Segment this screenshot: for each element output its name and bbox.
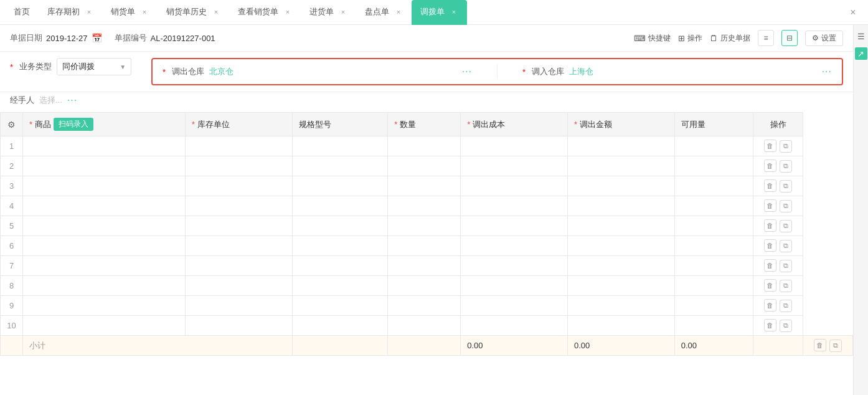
tab-inventory-init-close[interactable]: ×	[85, 7, 93, 16]
cell-amount[interactable]	[568, 236, 675, 256]
tab-inventory-init[interactable]: 库存期初 ×	[39, 0, 102, 25]
layout-grid-button[interactable]: ⊟	[781, 30, 798, 46]
cell-cost[interactable]	[461, 276, 568, 296]
cell-amount[interactable]	[568, 156, 675, 176]
cell-product[interactable]	[23, 216, 186, 236]
sidebar-export-icon[interactable]: ↗	[855, 47, 867, 60]
cell-unit[interactable]	[185, 236, 292, 256]
column-settings[interactable]: ⚙	[1, 113, 23, 136]
scan-button[interactable]: 扫码录入	[54, 118, 93, 131]
delete-icon[interactable]: 🗑	[764, 279, 776, 292]
cell-amount[interactable]	[568, 136, 675, 156]
tab-sales-history-close[interactable]: ×	[212, 7, 220, 16]
window-close-button[interactable]: ×	[843, 2, 863, 22]
cell-spec[interactable]	[292, 216, 388, 236]
copy-icon[interactable]: ⧉	[780, 300, 792, 312]
cell-available[interactable]	[674, 136, 753, 156]
tab-stocktake[interactable]: 盘点单 ×	[356, 0, 412, 25]
cell-available[interactable]	[674, 256, 753, 276]
copy-icon[interactable]: ⧉	[780, 140, 792, 153]
tab-purchase-close[interactable]: ×	[339, 7, 347, 16]
cell-product[interactable]	[23, 316, 186, 336]
cell-spec[interactable]	[292, 176, 388, 196]
out-warehouse-more-button[interactable]: ···	[462, 66, 472, 77]
cell-product[interactable]	[23, 236, 186, 256]
cell-unit[interactable]	[185, 136, 292, 156]
tab-transfer-close[interactable]: ×	[450, 7, 458, 16]
cell-product[interactable]	[23, 156, 186, 176]
cell-unit[interactable]	[185, 256, 292, 276]
copy-icon[interactable]: ⧉	[780, 260, 792, 272]
cell-product[interactable]	[23, 256, 186, 276]
cell-quantity[interactable]	[388, 296, 461, 316]
cell-unit[interactable]	[185, 296, 292, 316]
delete-icon[interactable]: 🗑	[764, 219, 776, 232]
cell-quantity[interactable]	[388, 216, 461, 236]
copy-icon[interactable]: ⧉	[780, 180, 792, 193]
cell-available[interactable]	[674, 316, 753, 336]
tab-stocktake-close[interactable]: ×	[394, 7, 403, 16]
cell-unit[interactable]	[185, 176, 292, 196]
cell-amount[interactable]	[568, 256, 675, 276]
copy-icon[interactable]: ⧉	[780, 240, 792, 252]
cell-quantity[interactable]	[388, 156, 461, 176]
delete-icon[interactable]: 🗑	[764, 319, 776, 331]
cell-unit[interactable]	[185, 276, 292, 296]
tab-purchase[interactable]: 进货单 ×	[301, 0, 356, 25]
cell-unit[interactable]	[185, 196, 292, 216]
cell-product[interactable]	[23, 276, 186, 296]
settings-button[interactable]: ⚙ 设置	[805, 31, 843, 46]
cell-quantity[interactable]	[388, 316, 461, 336]
cell-product[interactable]	[23, 296, 186, 316]
cell-quantity[interactable]	[388, 176, 461, 196]
cell-available[interactable]	[674, 216, 753, 236]
cell-spec[interactable]	[292, 156, 388, 176]
copy-icon[interactable]: ⧉	[829, 340, 842, 352]
operations-button[interactable]: ⊞ 操作	[678, 33, 702, 44]
cell-spec[interactable]	[292, 236, 388, 256]
delete-icon[interactable]: 🗑	[764, 239, 776, 252]
tab-sales-order-close[interactable]: ×	[140, 7, 149, 16]
tab-sales-order[interactable]: 销货单 ×	[102, 0, 158, 25]
copy-icon[interactable]: ⧉	[780, 160, 792, 173]
handler-more-button[interactable]: ···	[67, 95, 77, 106]
cell-unit[interactable]	[185, 156, 292, 176]
tab-transfer[interactable]: 调拨单 ×	[412, 0, 467, 25]
cell-amount[interactable]	[568, 176, 675, 196]
history-button[interactable]: 🗒 历史单据	[710, 33, 750, 44]
cell-cost[interactable]	[461, 196, 568, 216]
cell-spec[interactable]	[292, 196, 388, 216]
cell-cost[interactable]	[461, 156, 568, 176]
sidebar-list-icon[interactable]: ☰	[855, 30, 867, 42]
cell-spec[interactable]	[292, 296, 388, 316]
delete-icon[interactable]: 🗑	[764, 299, 776, 312]
calendar-icon[interactable]: 📅	[92, 33, 102, 43]
cell-spec[interactable]	[292, 256, 388, 276]
cell-amount[interactable]	[568, 216, 675, 236]
shortcuts-button[interactable]: ⌨ 快捷键	[634, 33, 671, 44]
cell-cost[interactable]	[461, 216, 568, 236]
delete-icon[interactable]: 🗑	[764, 259, 776, 272]
cell-available[interactable]	[674, 196, 753, 216]
cell-quantity[interactable]	[388, 256, 461, 276]
cell-amount[interactable]	[568, 276, 675, 296]
tab-sales-history[interactable]: 销货单历史 ×	[158, 0, 229, 25]
delete-icon[interactable]: 🗑	[814, 339, 826, 351]
cell-cost[interactable]	[461, 176, 568, 196]
cell-available[interactable]	[674, 156, 753, 176]
tab-home[interactable]: 首页	[5, 0, 39, 25]
cell-cost[interactable]	[461, 256, 568, 276]
handler-input[interactable]: 选择...	[39, 95, 62, 106]
cell-amount[interactable]	[568, 296, 675, 316]
cell-spec[interactable]	[292, 136, 388, 156]
cell-unit[interactable]	[185, 216, 292, 236]
cell-quantity[interactable]	[388, 136, 461, 156]
cell-spec[interactable]	[292, 276, 388, 296]
cell-cost[interactable]	[461, 236, 568, 256]
cell-available[interactable]	[674, 176, 753, 196]
delete-icon[interactable]: 🗑	[764, 159, 776, 172]
cell-product[interactable]	[23, 196, 186, 216]
cell-cost[interactable]	[461, 136, 568, 156]
cell-product[interactable]	[23, 176, 186, 196]
cell-available[interactable]	[674, 276, 753, 296]
